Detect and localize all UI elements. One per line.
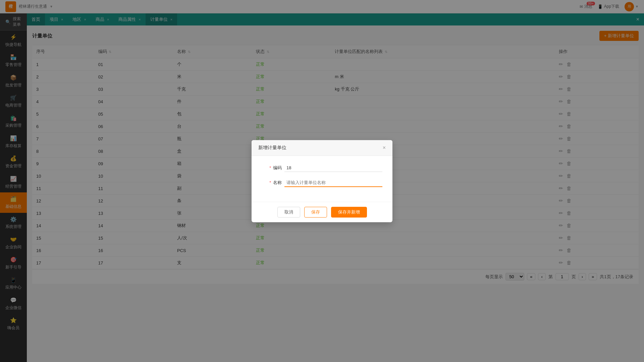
modal-body: * 编码 * 名称: [252, 156, 392, 202]
name-input[interactable]: [284, 179, 382, 187]
modal-overlay: 新增计量单位 × * 编码 * 名称 取消 保存 保存并新增: [0, 0, 644, 362]
code-form-row: * 编码: [262, 164, 382, 172]
modal-close-icon[interactable]: ×: [383, 145, 386, 151]
name-form-row: * 名称: [262, 179, 382, 187]
modal-header: 新增计量单位 ×: [252, 140, 392, 156]
save-and-new-button[interactable]: 保存并新增: [331, 207, 367, 218]
new-unit-modal: 新增计量单位 × * 编码 * 名称 取消 保存 保存并新增: [252, 140, 392, 222]
name-label: * 名称: [262, 180, 282, 186]
code-required-star: *: [269, 165, 271, 170]
modal-footer: 取消 保存 保存并新增: [252, 202, 392, 222]
cancel-button[interactable]: 取消: [277, 207, 300, 218]
name-required-star: *: [269, 180, 271, 185]
modal-title: 新增计量单位: [258, 145, 286, 151]
save-button[interactable]: 保存: [304, 207, 327, 218]
code-input[interactable]: [284, 164, 382, 172]
code-label: * 编码: [262, 165, 282, 171]
